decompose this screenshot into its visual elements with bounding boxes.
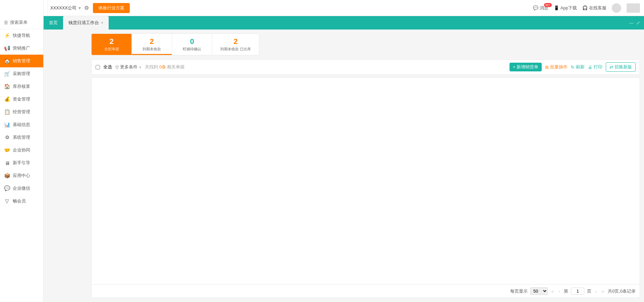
header-right: 💬 消息 99+ 📱 App下载 🎧 在线客服 (533, 3, 640, 13)
online-service-label: 在线客服 (589, 5, 606, 11)
sidebar-item-10[interactable]: 🖥新手引导 (0, 157, 43, 169)
refresh-icon: ↻ (571, 65, 575, 70)
select-all-checkbox[interactable] (96, 65, 100, 69)
next-page-button[interactable]: › (594, 289, 598, 294)
sidebar-item-9[interactable]: 🤝企业协同 (0, 144, 43, 157)
tab-close-icon[interactable]: × (101, 20, 103, 25)
user-name-area[interactable] (627, 3, 640, 13)
sidebar-label-0: 快捷导航 (13, 33, 30, 39)
add-order-button[interactable]: + 新增销货单 (509, 63, 542, 71)
tabbar: 首页 钱货日清工作台 × — ⤢ (44, 16, 644, 29)
sidebar-nav: ⚡快捷导航📢营销推广🏠销售管理🛒采购管理🏠库存核算💰资金管理📋经营管理📊基础信息… (0, 29, 43, 302)
toolbar-right: + 新增销货单 ⊞ 批量操作 ↻ 刷新 🖨 打印 ⇄ 切换新版 (509, 62, 636, 72)
found-text: 共找到 0条 相关单据 (145, 64, 184, 70)
sidebar-item-6[interactable]: 📋经营管理 (0, 106, 43, 118)
sidebar-label-10: 新手引导 (13, 160, 30, 166)
sidebar-item-12[interactable]: 💬企业微信 (0, 182, 43, 195)
sidebar-icon-10: 🖥 (4, 160, 10, 166)
sidebar-icon-12: 💬 (4, 185, 10, 191)
page-label: 第 (564, 288, 568, 294)
message-button[interactable]: 💬 消息 99+ (533, 5, 548, 11)
company-dropdown-icon: ▼ (78, 6, 82, 10)
sidebar-item-8[interactable]: ⚙系统管理 (0, 131, 43, 144)
per-page-select[interactable]: 50 20 100 (530, 287, 548, 295)
trial-button[interactable]: 体验行业方案 (93, 3, 130, 13)
toolbar: 全选 ▽ 更多条件 ∨ 共找到 0条 相关单据 + 新增销货单 ⊞ 批量操作 (91, 59, 640, 75)
page-input[interactable] (571, 288, 584, 295)
user-avatar[interactable] (612, 3, 621, 13)
search-icon: ☰ (4, 20, 8, 25)
last-page-button[interactable]: » (600, 289, 605, 294)
sidebar-item-1[interactable]: 📢营销推广 (0, 42, 43, 55)
sidebar-icon-8: ⚙ (4, 134, 10, 140)
batch-button[interactable]: ⊞ 批量操作 (545, 64, 568, 70)
app-download-label: App下载 (560, 5, 577, 11)
stat-all-orders[interactable]: 2 全部单据 (92, 34, 132, 55)
sidebar-label-5: 资金管理 (13, 96, 30, 102)
company-selector[interactable]: XXXXXX公司 ▼ (50, 5, 82, 11)
refresh-button[interactable]: ↻ 刷新 (571, 64, 585, 70)
sidebar-item-4[interactable]: 🏠库存核算 (0, 80, 43, 93)
sidebar-item-2[interactable]: 🏠销售管理 (0, 55, 43, 67)
tab-minimize-icon[interactable]: — (629, 20, 634, 25)
sidebar-icon-9: 🤝 (4, 147, 10, 153)
found-count: 0条 (159, 64, 166, 69)
tab-right-icons: — ⤢ (629, 20, 644, 25)
stat-wangfu-label: 旺辅待确认 (180, 47, 204, 52)
sidebar-label-3: 采购管理 (13, 71, 30, 77)
sidebar-icon-6: 📋 (4, 109, 10, 115)
tab-workbench[interactable]: 钱货日清工作台 × (63, 16, 109, 29)
sidebar-icon-4: 🏠 (4, 83, 10, 89)
stat-all-label: 全部单据 (100, 47, 123, 52)
sidebar-item-13[interactable]: ▽畅会员 (0, 195, 43, 207)
tab-workbench-label: 钱货日清工作台 (68, 20, 99, 26)
sidebar-icon-5: 💰 (4, 96, 10, 102)
tab-fullscreen-icon[interactable]: ⤢ (636, 20, 640, 25)
search-label: 搜索菜单 (10, 19, 28, 25)
message-badge: 99+ (544, 3, 552, 7)
stat-shipped-num: 2 (220, 37, 251, 46)
stat-overdue-shipped[interactable]: 2 到期未收款 已出库 (212, 34, 259, 55)
per-page-label: 每页显示 (510, 288, 528, 294)
filter-icon: ▽ (115, 65, 119, 70)
sidebar-label-1: 营销推广 (13, 45, 30, 51)
batch-label: 批量操作 (550, 64, 568, 70)
message-icon: 💬 (533, 5, 538, 10)
switch-version-button[interactable]: ⇄ 切换新版 (606, 62, 636, 72)
sidebar-label-7: 基础信息 (13, 122, 30, 128)
sidebar-item-3[interactable]: 🛒采购管理 (0, 67, 43, 80)
stat-wangfu-confirm[interactable]: 0 旺辅待确认 (172, 34, 212, 55)
print-button[interactable]: 🖨 打印 (588, 64, 602, 70)
prev-page-button[interactable]: ‹ (558, 289, 561, 294)
sidebar-item-7[interactable]: 📊基础信息 (0, 118, 43, 131)
sidebar-label-11: 应用中心 (13, 173, 30, 179)
sidebar-label-12: 企业微信 (13, 185, 30, 191)
sidebar-item-0[interactable]: ⚡快捷导航 (0, 29, 43, 42)
sidebar-item-11[interactable]: 📦应用中心 (0, 169, 43, 182)
select-all-label: 全选 (103, 64, 112, 70)
print-icon: 🖨 (588, 65, 592, 70)
content-area (91, 77, 640, 285)
sidebar-icon-0: ⚡ (4, 33, 10, 39)
filter-arrow-icon: ∨ (139, 65, 142, 69)
stat-overdue-label: 到期未收款 (140, 47, 164, 52)
sidebar-label-4: 库存核算 (13, 83, 30, 89)
company-name: XXXXXX公司 (50, 5, 76, 11)
sidebar-item-5[interactable]: 💰资金管理 (0, 93, 43, 106)
first-page-button[interactable]: « (550, 289, 555, 294)
sidebar-icon-3: 🛒 (4, 71, 10, 77)
filter-button[interactable]: ▽ 更多条件 ∨ (115, 64, 142, 70)
layout: 2 全部单据 2 到期未收款 0 旺辅待确认 2 到期未收款 已出库 全选 (0, 29, 644, 302)
settings-icon[interactable]: ⚙ (84, 5, 89, 11)
online-service-button[interactable]: 🎧 在线客服 (582, 5, 606, 11)
sidebar-icon-13: ▽ (4, 198, 10, 204)
stat-overdue-num: 2 (140, 37, 164, 46)
sidebar-label-9: 企业协同 (13, 147, 30, 153)
switch-icon: ⇄ (609, 65, 613, 70)
tab-home[interactable]: 首页 (44, 16, 63, 29)
search-menu[interactable]: ☰ 搜索菜单 (0, 16, 43, 29)
stats-bar: 2 全部单据 2 到期未收款 0 旺辅待确认 2 到期未收款 已出库 (91, 34, 259, 55)
app-download-button[interactable]: 📱 App下载 (554, 5, 577, 11)
stat-overdue-uncollected[interactable]: 2 到期未收款 (132, 34, 172, 55)
sidebar-label-8: 系统管理 (13, 134, 30, 140)
